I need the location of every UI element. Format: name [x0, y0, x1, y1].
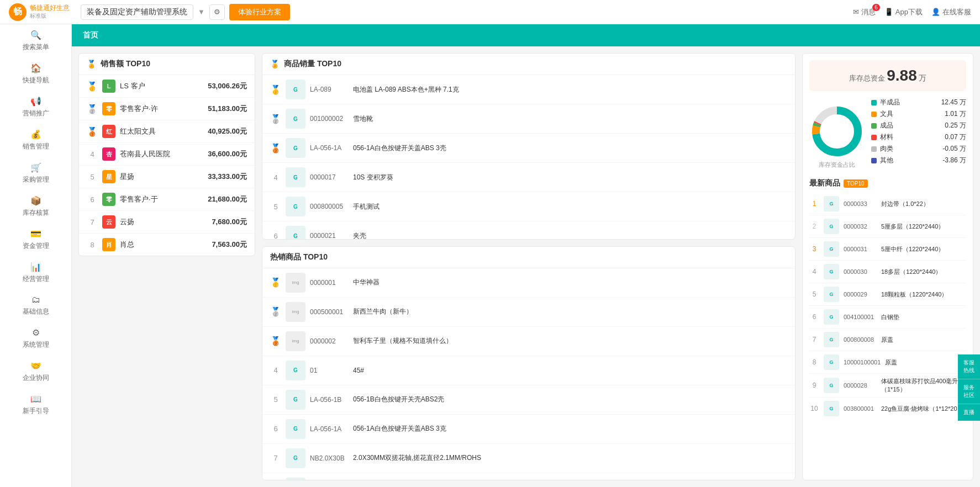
- product-code: 004100001: [844, 314, 877, 320]
- sidebar-item-sales[interactable]: 💰 销售管理: [0, 124, 71, 157]
- product-name: 10S 变积罗葵: [353, 173, 787, 182]
- app-download-button[interactable]: 📱 App下载: [884, 7, 923, 17]
- customer-name: LS 客户: [120, 81, 203, 91]
- rank-number: 5: [270, 395, 281, 404]
- float-btn-service[interactable]: 客服热线: [958, 354, 980, 379]
- product-image: img: [286, 331, 305, 351]
- try-button[interactable]: 体验行业方案: [229, 4, 290, 20]
- product-code: LA-089: [310, 86, 349, 93]
- product-code: 0000021: [310, 232, 349, 240]
- rank-number: 5: [87, 173, 98, 181]
- product-name: 夹壳: [353, 231, 787, 240]
- product-name: 手机测试: [353, 202, 787, 211]
- sidebar-item-system[interactable]: ⚙ 系统管理: [0, 322, 71, 355]
- customer-avatar: L: [102, 80, 115, 93]
- sidebar-item-guide[interactable]: 📖 新手引导: [0, 388, 71, 421]
- rank-number: 4: [270, 366, 281, 374]
- sidebar-item-finance[interactable]: 💳 资金管理: [0, 223, 71, 256]
- message-badge: 6: [872, 4, 880, 11]
- product-code: 001000002: [310, 115, 349, 123]
- product-code: 0000032: [844, 223, 877, 230]
- product-name: 封边带（1.0*22）: [881, 200, 966, 208]
- sell-rank-card: 🏅 商品销量 TOP10 🥇 G LA-089 电池盖 LA-089 ABS本色…: [262, 53, 795, 240]
- hot-product-row: 6 G LA-056-1A 056-1A白色按键开关盖ABS 3克: [262, 415, 795, 444]
- product-name: 22g鱼豆腐·烧烤味（1*12*20）: [881, 405, 966, 413]
- sidebar-item-search[interactable]: 🔍 搜索菜单: [0, 24, 71, 57]
- sidebar-item-basic-info[interactable]: 🗂 基础信息: [0, 289, 71, 322]
- product-code: 000500001: [310, 308, 349, 316]
- latest-product-row: 8 G 10000100001 原盖: [809, 351, 966, 374]
- medal-icon: 🥈: [270, 114, 281, 124]
- sidebar-item-inventory[interactable]: 📦 库存核算: [0, 190, 71, 223]
- legend-item: 其他 -3.86 万: [871, 156, 966, 165]
- latest-products-section: 最新商品 TOP10 1 G 0000033 封边带（1.0*22） 2 G 0…: [809, 178, 966, 420]
- sidebar-item-purchase[interactable]: 🛒 采购管理: [0, 157, 71, 190]
- sidebar-item-enterprise[interactable]: 🤝 企业协同: [0, 355, 71, 388]
- legend-value: -0.05 万: [942, 144, 966, 153]
- sidebar-item-basic-info-label: 基础信息: [23, 307, 49, 316]
- legend-name: 其他: [880, 156, 939, 165]
- customer-amount: 53,006.26元: [208, 81, 247, 91]
- product-name: 白钢垫: [881, 313, 966, 321]
- product-name: 18颗粒板（1220*2440）: [881, 290, 966, 299]
- product-name: 056-1B白色按键开关壳ABS2壳: [353, 395, 787, 404]
- customer-name: 零售客户·于: [120, 194, 203, 204]
- sidebar-item-enterprise-label: 企业协同: [23, 373, 49, 383]
- enterprise-icon: 🤝: [30, 361, 41, 371]
- customer-rank-row: 6 零 零售客户·于 21,680.00元: [79, 188, 255, 211]
- latest-product-row: 3 G 0000031 5厘中纤（1220*2440）: [809, 238, 966, 261]
- inventory-section: 库存总资金 9.88 万: [809, 60, 966, 165]
- app-icon: 📱: [884, 8, 893, 16]
- product-name: 2.0X30MM双搓花轴,搓花直径2.1MM/ROHS: [353, 453, 787, 463]
- product-code: LA-056-1A: [310, 144, 349, 152]
- header-right: ✉ 消息 6 📱 App下载 👤 在线客服: [853, 7, 971, 17]
- system-title: 装备及固定资产辅助管理系统: [81, 4, 193, 20]
- sidebar-item-marketing[interactable]: 📢 营销推广: [0, 91, 71, 124]
- sidebar-item-quick-nav[interactable]: 🏠 快捷导航: [0, 57, 71, 91]
- sell-rank-row: 4 G 0000017 10S 变积罗葵: [262, 163, 795, 192]
- product-code: 0000001: [310, 279, 349, 287]
- settings-button[interactable]: ⚙: [209, 4, 225, 20]
- legend-item: 半成品 12.45 万: [871, 98, 966, 107]
- rank-number: 6: [270, 425, 281, 433]
- rank-number: 5: [270, 203, 281, 211]
- float-btn-live[interactable]: 直播: [958, 404, 980, 421]
- dropdown-icon[interactable]: ▼: [198, 8, 205, 16]
- rank-number: 2: [809, 223, 819, 230]
- customer-name: 苍南县人民医院: [120, 149, 203, 159]
- sell-rank-medal-icon: 🏅: [270, 60, 280, 68]
- online-service-button[interactable]: 👤 在线客服: [931, 7, 971, 17]
- product-code: 000800008: [844, 336, 877, 343]
- float-btn-community[interactable]: 服务社区: [958, 379, 980, 404]
- customer-ranking-header: 🏅 销售额 TOP10: [79, 54, 255, 75]
- sell-rank-header: 🏅 商品销量 TOP10: [262, 54, 795, 75]
- hot-product-row: 🥇 img 0000001 中华神器: [262, 268, 795, 298]
- sell-rank-row: 5 G 000800005 手机测试: [262, 192, 795, 221]
- basic-info-icon: 🗂: [31, 295, 40, 305]
- nav-tab-home[interactable]: 首页: [72, 24, 109, 46]
- system-icon: ⚙: [32, 327, 40, 338]
- sidebar-item-operations[interactable]: 📊 经营管理: [0, 256, 71, 289]
- rank-number: 10: [809, 405, 819, 412]
- chart-area: 库存资金占比 半成品 12.45 万 文具 1.01 万 成品 0.25 万 材…: [809, 98, 966, 165]
- product-name: 原盖: [885, 358, 966, 367]
- logo-text-block: 畅捷通好生意 标准版: [30, 4, 70, 20]
- latest-products-title: 最新商品: [809, 178, 840, 188]
- logo-text: 畅捷通好生意: [30, 4, 70, 13]
- message-button[interactable]: ✉ 消息 6: [853, 7, 876, 17]
- rank-number: 6: [270, 232, 281, 240]
- rank-number: 5: [809, 290, 819, 298]
- header-middle: 装备及固定资产辅助管理系统 ▼ ⚙ 体验行业方案: [81, 4, 853, 20]
- sidebar-item-sales-label: 销售管理: [23, 142, 49, 151]
- product-name: 智利车子里（规格不知道填什么）: [353, 336, 787, 346]
- product-image: G: [824, 309, 839, 325]
- customer-name: 红太阳文具: [120, 126, 203, 136]
- latest-product-row: 6 G 004100001 白钢垫: [809, 306, 966, 329]
- legend-dot: [871, 112, 877, 117]
- product-code: 0000031: [844, 246, 877, 252]
- product-code: LA-056-1B: [310, 396, 349, 404]
- logo-area: 畅 畅捷通好生意 标准版: [9, 3, 81, 21]
- hot-product-row: 7 G NB2.0X30B 2.0X30MM双搓花轴,搓花直径2.1MM/ROH…: [262, 444, 795, 473]
- customer-amount: 7,680.00元: [212, 217, 247, 227]
- customer-amount: 51,183.00元: [208, 104, 247, 114]
